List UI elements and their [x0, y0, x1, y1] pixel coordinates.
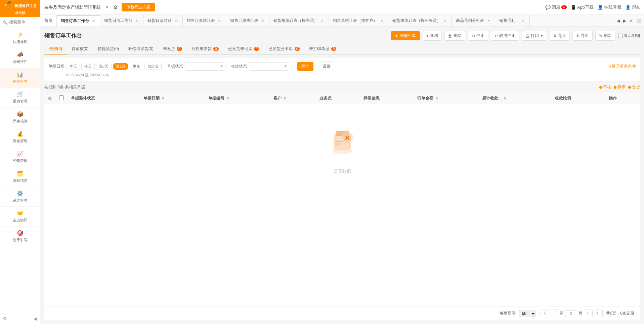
filter-settings-btn[interactable]: 设置: [319, 62, 334, 71]
expand-btn[interactable]: ▾ 展开更多条件: [609, 64, 636, 69]
tab-sales-workbench[interactable]: 销售订单工作台 ✕: [57, 15, 100, 27]
sidebar-item-collab[interactable]: 🤝 企业协同: [0, 207, 40, 227]
import-btn[interactable]: ⬇ 导入: [550, 31, 570, 41]
sub-tab-shipped-out[interactable]: 已发货已出库 0: [264, 44, 304, 54]
tab-close-sales-exec[interactable]: ✕: [260, 18, 265, 23]
record-count: 0: [57, 85, 60, 89]
page-input[interactable]: [565, 310, 577, 317]
sidebar-item-system[interactable]: ⚙️ 系统管理: [0, 187, 40, 207]
sidebar-item-inventory[interactable]: 📦 库存核算: [0, 108, 40, 127]
show-detail-label[interactable]: 显示明细: [618, 33, 640, 39]
tab-close-sales-workbench[interactable]: ✕: [91, 19, 96, 24]
sidebar-item-marketing[interactable]: 📣 营销推广: [0, 48, 40, 68]
sub-tab-not-shipped[interactable]: 未发货 0: [158, 44, 187, 54]
sub-tab-pending-inspect[interactable]: 待拣验货(0): [93, 44, 124, 54]
date-btn-yesterday[interactable]: 昨天: [67, 63, 80, 70]
first-page-btn[interactable]: 《: [540, 310, 548, 317]
tab-sales-stats[interactable]: 销售订单统计表 ✕: [183, 15, 226, 27]
show-detail-checkbox[interactable]: [618, 34, 622, 38]
sub-tab-wangpu-ship[interactable]: 旺铺待发货(0): [124, 44, 158, 54]
tabs-close-all-btn[interactable]: ✕: [628, 18, 634, 24]
sidebar-item-finance[interactable]: 💰 资金管理: [0, 127, 40, 147]
status-select[interactable]: [185, 63, 225, 71]
sidebar-item-basic[interactable]: 🗂️ 基础信息: [0, 167, 40, 187]
date-btn-recent1m[interactable]: 近1月: [113, 63, 128, 70]
tab-close-cash-daily[interactable]: ✕: [134, 18, 139, 23]
th-number[interactable]: 单据编号 ⇅: [205, 93, 270, 104]
tabs-expand-btn[interactable]: ⬜: [635, 18, 643, 24]
cancel-stop-btn[interactable]: ↩ 取消中止: [491, 31, 519, 41]
sidebar-item-guide[interactable]: 🎯 新手引导: [0, 227, 40, 246]
refresh-btn[interactable]: ↻ 刷新: [595, 31, 615, 41]
add-btn[interactable]: + 新增: [423, 31, 442, 41]
sidebar-item-purchase[interactable]: 🛒 采购管理: [0, 88, 40, 108]
tab-cargo-product[interactable]: 销货单统计表（按商品） ✕: [269, 15, 329, 27]
dropdown-icon[interactable]: ▼: [105, 5, 109, 10]
unreviewed-btn[interactable]: 弃审: [614, 84, 626, 90]
date-btn-custom[interactable]: 自定义: [144, 63, 162, 70]
tab-close-cash-reconcile[interactable]: ✕: [174, 18, 178, 23]
sub-tab-all[interactable]: 全部(0): [44, 44, 67, 54]
th-staff[interactable]: 业务员: [316, 93, 360, 104]
date-btn-more[interactable]: 更多: [130, 63, 143, 70]
tab-home[interactable]: 首页: [40, 15, 57, 27]
tab-close-gross-profit[interactable]: ✕: [486, 18, 491, 23]
settings-gear-icon[interactable]: ⚙: [113, 4, 118, 10]
sidebar-item-sales[interactable]: 📊 销售管理: [0, 68, 40, 88]
settings-icon[interactable]: ⚙: [3, 316, 7, 321]
tabs-next-btn[interactable]: ▶: [622, 18, 628, 24]
date-btn-today[interactable]: 今天: [81, 63, 95, 70]
stop-btn[interactable]: ⊙ 中止: [468, 31, 488, 41]
tab-close-cargo-product[interactable]: ✕: [320, 18, 325, 23]
date-btn-recent7[interactable]: 近7天: [96, 63, 112, 70]
tab-gross-profit[interactable]: 商品毛利分析表 ✕: [452, 15, 495, 27]
tab-cash-reconcile[interactable]: 钱货日清对账 ✕: [143, 15, 183, 27]
th-amount[interactable]: 订单金额 ⇅: [414, 93, 479, 104]
tab-close-sales-stats[interactable]: ✕: [217, 18, 222, 23]
tabs-prev-btn[interactable]: ◀: [615, 18, 621, 24]
message-area[interactable]: 💬 消息 6: [545, 4, 567, 10]
col-settings-icon[interactable]: ⚙: [48, 96, 52, 101]
col-settings[interactable]: ⚙: [44, 93, 55, 104]
payment-select[interactable]: [249, 63, 289, 71]
next-page-btn[interactable]: 〉: [584, 310, 593, 317]
app-download-area[interactable]: 📱 App下载: [571, 4, 594, 10]
online-service-area[interactable]: 👤 在线客服: [598, 4, 621, 10]
tab-close-cargo-staff[interactable]: ✕: [443, 18, 447, 23]
print-btn[interactable]: 🖨 打印 ▼: [522, 31, 547, 41]
prev-page-btn[interactable]: 〈: [550, 310, 558, 317]
review-btn[interactable]: 审核: [599, 84, 611, 90]
date-range-display: 2023-02-24 至 2023-03-24: [65, 73, 636, 78]
solution-btn[interactable]: 体验行业方案: [122, 3, 155, 11]
th-customer[interactable]: 客户 ⇅: [270, 93, 316, 104]
th-collected[interactable]: 累计收款... ⇅: [479, 93, 552, 104]
per-page-select[interactable]: 50 10 20 100: [519, 310, 536, 317]
tab-sales-exec[interactable]: 销售订单执行表 ✕: [226, 15, 269, 27]
print-icon: 🖨: [525, 34, 529, 38]
export-btn[interactable]: ⬆ 导出: [572, 31, 593, 41]
user-area[interactable]: 👤 用友: [626, 4, 640, 10]
sidebar-search[interactable]: 🔍 搜索菜单: [0, 17, 40, 28]
sub-tab-expired-ship[interactable]: 到期未发货 0: [187, 44, 223, 54]
tab-sales-more[interactable]: 销售毛利... ✕: [495, 15, 530, 27]
tab-close-cargo-customer[interactable]: ✕: [379, 18, 384, 23]
tab-cash-daily[interactable]: 钱货日清工作台 ✕: [100, 15, 143, 27]
smart-generate-btn[interactable]: ★ 智能生单: [391, 31, 420, 40]
last-page-btn[interactable]: 》: [594, 310, 603, 317]
empty-row: 暂无数据: [44, 104, 640, 195]
collapse-icon[interactable]: ◀: [34, 316, 37, 321]
tab-cargo-customer[interactable]: 销货单统计表（按客户） ✕: [329, 15, 388, 27]
sub-tab-not-printed[interactable]: 未打印单据 0: [304, 44, 341, 54]
query-btn[interactable]: 查询: [297, 62, 313, 71]
money-icon: 💰: [17, 131, 24, 137]
sidebar-item-operations[interactable]: 📈 经营管理: [0, 147, 40, 167]
sidebar-item-quick-nav[interactable]: ⚡ 快捷导航: [0, 28, 40, 48]
tab-cargo-staff[interactable]: 销货单统计表（按业务员） ✕: [388, 15, 452, 27]
ship-btn[interactable]: 发货: [628, 84, 640, 90]
delete-btn[interactable]: 🗑 删除: [444, 31, 465, 41]
tab-close-sales-more[interactable]: ✕: [521, 18, 525, 23]
sub-tab-shipped-not-out[interactable]: 已发货未出库 0: [223, 44, 264, 54]
sub-tab-pending-review[interactable]: 待审核(0): [67, 44, 93, 54]
select-all-checkbox[interactable]: [59, 95, 64, 100]
th-date[interactable]: 单据日期 ⇅: [140, 93, 205, 104]
